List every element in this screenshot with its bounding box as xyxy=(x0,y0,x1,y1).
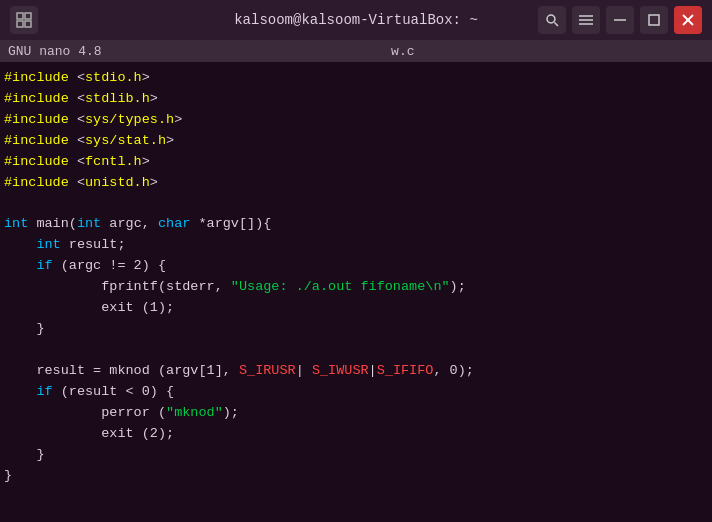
titlebar-left xyxy=(10,6,38,34)
window-title: kalsoom@kalsoom-VirtualBox: ~ xyxy=(234,12,478,28)
code-line: #include <unistd.h> xyxy=(4,173,708,194)
code-line: #include <stdlib.h> xyxy=(4,89,708,110)
include-keyword: #include xyxy=(4,112,69,127)
include-keyword: #include xyxy=(4,91,69,106)
include-keyword: #include xyxy=(4,154,69,169)
code-line: if (result < 0) { xyxy=(4,382,708,403)
code-line: #include <stdio.h> xyxy=(4,68,708,89)
code-line: fprintf(stderr, "Usage: ./a.out fifoname… xyxy=(4,277,708,298)
menu-button[interactable] xyxy=(572,6,600,34)
search-button[interactable] xyxy=(538,6,566,34)
code-line: perror ("mknod"); xyxy=(4,403,708,424)
close-button[interactable] xyxy=(674,6,702,34)
code-line: exit (1); xyxy=(4,298,708,319)
code-line: if (argc != 2) { xyxy=(4,256,708,277)
svg-rect-3 xyxy=(25,21,31,27)
nano-status-bar: GNU nano 4.8 w.c xyxy=(0,40,712,62)
svg-rect-0 xyxy=(17,13,23,19)
app-icon xyxy=(10,6,38,34)
nano-filename: w.c xyxy=(102,44,704,59)
code-line-blank xyxy=(4,340,708,361)
svg-point-4 xyxy=(547,15,555,23)
svg-rect-10 xyxy=(649,15,659,25)
code-line: #include <sys/types.h> xyxy=(4,110,708,131)
code-line: } xyxy=(4,445,708,466)
include-keyword: #include xyxy=(4,133,69,148)
code-line: #include <sys/stat.h> xyxy=(4,131,708,152)
minimize-button[interactable] xyxy=(606,6,634,34)
include-keyword: #include xyxy=(4,175,69,190)
code-line: } xyxy=(4,319,708,340)
maximize-button[interactable] xyxy=(640,6,668,34)
code-line: int result; xyxy=(4,235,708,256)
nano-version: GNU nano 4.8 xyxy=(8,44,102,59)
code-line-blank xyxy=(4,194,708,215)
code-line: exit (2); xyxy=(4,424,708,445)
code-line: #include <fcntl.h> xyxy=(4,152,708,173)
code-line: int main(int argc, char *argv[]){ xyxy=(4,214,708,235)
include-keyword: #include xyxy=(4,70,69,85)
window-controls xyxy=(538,6,702,34)
code-editor[interactable]: #include <stdio.h> #include <stdlib.h> #… xyxy=(0,62,712,522)
svg-rect-1 xyxy=(25,13,31,19)
titlebar: kalsoom@kalsoom-VirtualBox: ~ xyxy=(0,0,712,40)
code-line: } xyxy=(4,466,708,487)
svg-rect-2 xyxy=(17,21,23,27)
svg-line-5 xyxy=(555,23,559,27)
code-line: result = mknod (argv[1], S_IRUSR| S_IWUS… xyxy=(4,361,708,382)
